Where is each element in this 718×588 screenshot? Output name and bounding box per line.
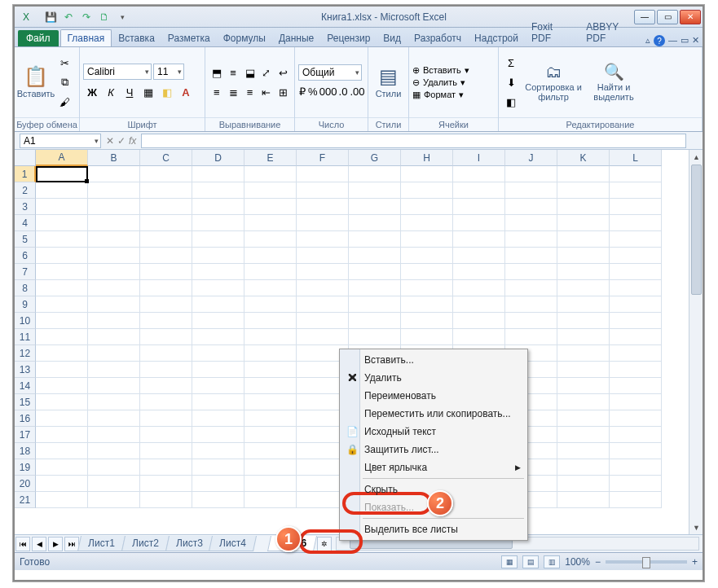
cell[interactable]	[297, 313, 349, 329]
cell[interactable]	[244, 410, 297, 427]
cell[interactable]	[349, 182, 401, 199]
cell[interactable]	[88, 476, 140, 492]
cell[interactable]	[557, 492, 610, 508]
cell[interactable]	[505, 182, 557, 199]
cell[interactable]	[401, 182, 453, 199]
align-center-icon[interactable]: ≣	[225, 83, 240, 101]
row-header[interactable]: 17	[15, 427, 36, 443]
row-header[interactable]: 6	[15, 248, 36, 264]
redo-icon[interactable]: ↷	[78, 9, 95, 25]
row-header[interactable]: 1	[15, 166, 36, 182]
qat-more-icon[interactable]: ▾	[114, 9, 130, 25]
cell[interactable]	[453, 182, 505, 199]
column-header[interactable]: L	[610, 150, 662, 166]
percent-icon[interactable]: %	[307, 82, 319, 100]
row-header[interactable]: 11	[15, 329, 36, 345]
cell[interactable]	[401, 166, 453, 182]
cell[interactable]	[610, 476, 662, 492]
cell[interactable]	[610, 248, 662, 264]
cell[interactable]	[244, 215, 297, 231]
cell[interactable]	[401, 199, 453, 215]
cell[interactable]	[297, 231, 349, 248]
cell[interactable]	[244, 199, 297, 215]
sheet-nav-next-icon[interactable]: ▶	[48, 537, 63, 551]
cell[interactable]	[192, 182, 244, 199]
select-all-corner[interactable]	[15, 150, 36, 166]
cell[interactable]	[453, 248, 505, 264]
cell[interactable]	[244, 182, 297, 199]
align-right-icon[interactable]: ≡	[242, 83, 258, 101]
row-header[interactable]: 10	[15, 313, 36, 329]
cell[interactable]	[88, 410, 140, 427]
zoom-slider[interactable]	[606, 560, 687, 564]
doc-close-icon[interactable]: ✕	[692, 35, 699, 46]
cell[interactable]	[36, 264, 88, 280]
cell[interactable]	[401, 215, 453, 231]
cell[interactable]	[453, 280, 505, 296]
cell[interactable]	[557, 378, 610, 394]
tab-developer[interactable]: Разработч	[407, 30, 468, 46]
cell[interactable]	[192, 231, 244, 248]
cell[interactable]	[140, 329, 192, 345]
cell[interactable]	[453, 296, 505, 313]
row-header[interactable]: 4	[15, 215, 36, 231]
number-format-combo[interactable]: Общий	[298, 64, 362, 81]
cell[interactable]	[192, 459, 244, 476]
cell[interactable]	[36, 427, 88, 443]
sheet-tab-3[interactable]: Лист3	[165, 536, 213, 551]
paste-button[interactable]: 📋 Вставить	[18, 49, 54, 116]
cell[interactable]	[88, 264, 140, 280]
cell[interactable]	[244, 459, 297, 476]
cell[interactable]	[140, 378, 192, 394]
sheet-tab-1[interactable]: Лист1	[77, 536, 126, 551]
cell[interactable]	[36, 199, 88, 215]
cell[interactable]	[557, 459, 610, 476]
cell[interactable]	[557, 182, 610, 199]
cell[interactable]	[349, 231, 401, 248]
cell[interactable]	[610, 199, 662, 215]
cell[interactable]	[453, 329, 505, 345]
sheet-tab-4[interactable]: Лист4	[209, 536, 257, 551]
row-header[interactable]: 13	[15, 362, 36, 378]
save-icon[interactable]: 💾	[42, 9, 59, 25]
cell[interactable]	[297, 296, 349, 313]
cell[interactable]	[140, 199, 192, 215]
cell[interactable]	[610, 378, 662, 394]
cell[interactable]	[192, 215, 244, 231]
indent-dec-icon[interactable]: ⇤	[258, 83, 274, 101]
cell[interactable]	[505, 231, 557, 248]
cell[interactable]	[36, 215, 88, 231]
sort-filter-button[interactable]: 🗂 Сортировка и фильтр	[525, 49, 582, 116]
cell[interactable]	[88, 492, 140, 508]
cell[interactable]	[557, 264, 610, 280]
align-bottom-icon[interactable]: ⬓	[242, 64, 258, 81]
cell[interactable]	[36, 345, 88, 362]
cell[interactable]	[297, 215, 349, 231]
cell[interactable]	[244, 166, 297, 182]
cell[interactable]	[36, 280, 88, 296]
cell[interactable]	[349, 264, 401, 280]
cell[interactable]	[244, 476, 297, 492]
ctx-rename[interactable]: Переименовать	[341, 387, 526, 405]
cell[interactable]	[244, 492, 297, 508]
cell[interactable]	[140, 345, 192, 362]
cell[interactable]	[610, 280, 662, 296]
cell[interactable]	[244, 231, 297, 248]
row-header[interactable]: 15	[15, 394, 36, 410]
column-header[interactable]: G	[349, 150, 401, 166]
cell[interactable]	[140, 410, 192, 427]
name-box[interactable]: A1	[20, 134, 101, 148]
ctx-insert[interactable]: Вставить...	[341, 351, 526, 369]
cell[interactable]	[244, 443, 297, 459]
cell[interactable]	[505, 248, 557, 264]
maximize-button[interactable]: ▭	[657, 10, 678, 24]
sheet-nav-first-icon[interactable]: ⏮	[15, 537, 30, 551]
cell[interactable]	[557, 166, 610, 182]
cell[interactable]	[88, 378, 140, 394]
cell[interactable]	[505, 264, 557, 280]
column-header[interactable]: K	[557, 150, 610, 166]
fill-color-button[interactable]: ◧	[158, 83, 176, 101]
cell[interactable]	[140, 166, 192, 182]
cell[interactable]	[244, 248, 297, 264]
scroll-down-icon[interactable]: ▼	[689, 520, 703, 534]
